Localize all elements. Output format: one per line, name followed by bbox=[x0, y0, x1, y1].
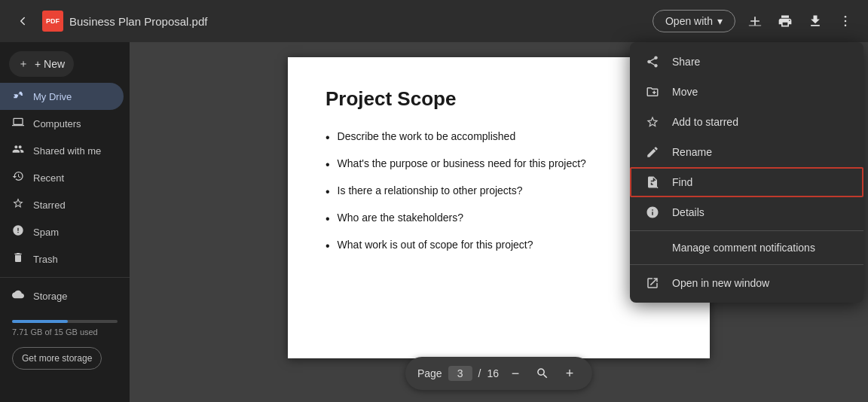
sidebar-item-label-my-drive: My Drive bbox=[33, 91, 72, 102]
svg-point-1 bbox=[845, 16, 847, 18]
list-item: Describe the work to be accomplished bbox=[326, 129, 672, 147]
storage-bar-fill bbox=[12, 320, 68, 323]
pdf-icon: PDF bbox=[42, 11, 63, 32]
share-icon bbox=[645, 54, 660, 69]
sidebar-item-my-drive[interactable]: My Drive bbox=[0, 83, 124, 110]
new-button[interactable]: ＋ + New bbox=[9, 51, 74, 77]
drive-icon bbox=[12, 89, 24, 104]
sidebar-item-shared[interactable]: Shared with me bbox=[0, 137, 124, 164]
menu-item-label-open-new-window: Open in new window bbox=[672, 277, 769, 289]
menu-item-open-new-window[interactable]: Open in new window bbox=[630, 268, 863, 298]
header-right bbox=[741, 8, 859, 35]
menu-item-rename[interactable]: Rename bbox=[630, 137, 863, 167]
menu-divider-1 bbox=[630, 230, 863, 231]
move-icon bbox=[645, 84, 660, 99]
menu-item-share[interactable]: Share bbox=[630, 47, 863, 77]
menu-item-label-move: Move bbox=[672, 86, 698, 98]
find-icon bbox=[645, 175, 660, 190]
recent-icon bbox=[12, 170, 24, 185]
menu-item-label-find: Find bbox=[672, 176, 692, 188]
menu-item-label-share: Share bbox=[672, 56, 700, 68]
storage-section: 7.71 GB of 15 GB used bbox=[0, 309, 130, 343]
zoom-in-button[interactable]: + bbox=[559, 363, 580, 384]
sidebar-item-label-spam: Spam bbox=[33, 227, 59, 238]
page-separator: / bbox=[478, 367, 481, 379]
list-item: What's the purpose or business need for … bbox=[326, 156, 672, 174]
sidebar-item-starred[interactable]: Starred bbox=[0, 191, 124, 218]
sidebar-item-computers[interactable]: Computers bbox=[0, 110, 124, 137]
total-pages: 16 bbox=[487, 367, 500, 379]
open-with-button[interactable]: Open with ▾ bbox=[653, 10, 735, 32]
storage-bar-background bbox=[12, 320, 118, 323]
menu-divider-2 bbox=[630, 264, 863, 265]
add-to-drive-button[interactable] bbox=[741, 8, 769, 35]
details-icon bbox=[645, 205, 660, 220]
page-toolbar: Page / 16 − + bbox=[405, 357, 592, 390]
download-button[interactable] bbox=[802, 8, 829, 35]
menu-item-label-rename: Rename bbox=[672, 146, 712, 158]
rename-icon bbox=[645, 145, 660, 160]
menu-item-find[interactable]: Find bbox=[630, 167, 863, 197]
svg-point-3 bbox=[845, 25, 847, 27]
sidebar-item-label-recent: Recent bbox=[33, 172, 64, 184]
page-number-input[interactable] bbox=[448, 366, 472, 381]
sidebar-item-trash[interactable]: Trash bbox=[0, 245, 124, 273]
menu-item-label-manage-comments: Manage comment notifications bbox=[672, 242, 815, 254]
new-label: + New bbox=[35, 58, 65, 70]
svg-rect-0 bbox=[749, 25, 762, 26]
shared-icon bbox=[12, 143, 24, 158]
storage-usage-text: 7.71 GB of 15 GB used bbox=[12, 327, 98, 337]
spam-icon bbox=[12, 224, 24, 239]
storage-icon bbox=[12, 288, 24, 303]
trash-icon bbox=[12, 251, 24, 266]
plus-icon: ＋ bbox=[18, 57, 29, 71]
zoom-icon-button[interactable] bbox=[532, 363, 553, 384]
page-label: Page bbox=[417, 367, 442, 379]
sidebar-item-storage[interactable]: Storage bbox=[0, 282, 124, 309]
main-area: ＋ + New My Drive Computers Shared with m… bbox=[0, 42, 868, 402]
zoom-out-button[interactable]: − bbox=[505, 363, 526, 384]
sidebar-item-label-trash: Trash bbox=[33, 254, 58, 265]
starred-icon bbox=[12, 197, 24, 212]
sidebar-item-spam[interactable]: Spam bbox=[0, 218, 124, 245]
sidebar: ＋ + New My Drive Computers Shared with m… bbox=[0, 42, 130, 402]
file-title: Business Plan Proposal.pdf bbox=[69, 15, 207, 28]
more-options-button[interactable] bbox=[832, 8, 859, 35]
menu-item-manage-comments[interactable]: Manage comment notifications bbox=[630, 234, 863, 261]
menu-item-move[interactable]: Move bbox=[630, 77, 863, 107]
pdf-heading: Project Scope bbox=[326, 87, 672, 111]
list-item: Who are the stakeholders? bbox=[326, 210, 672, 228]
header-left: PDF Business Plan Proposal.pdf bbox=[9, 8, 646, 35]
list-item: Is there a relationship to other project… bbox=[326, 183, 672, 201]
sidebar-item-label-starred: Starred bbox=[33, 199, 66, 211]
menu-item-add-starred[interactable]: Add to starred bbox=[630, 107, 863, 137]
print-button[interactable] bbox=[772, 8, 799, 35]
sidebar-item-label-shared: Shared with me bbox=[33, 145, 101, 157]
star-icon bbox=[645, 114, 660, 129]
svg-point-2 bbox=[845, 20, 847, 23]
sidebar-divider bbox=[0, 277, 130, 278]
sidebar-item-recent[interactable]: Recent bbox=[0, 164, 124, 191]
menu-item-details[interactable]: Details bbox=[630, 197, 863, 227]
back-button[interactable] bbox=[9, 8, 36, 35]
menu-item-label-add-starred: Add to starred bbox=[672, 116, 738, 128]
pdf-bullet-list: Describe the work to be accomplished Wha… bbox=[326, 129, 672, 255]
get-more-storage-button[interactable]: Get more storage bbox=[12, 347, 102, 370]
computers-icon bbox=[12, 116, 24, 131]
header: PDF Business Plan Proposal.pdf Open with… bbox=[0, 0, 868, 42]
sidebar-item-label-storage: Storage bbox=[33, 291, 68, 302]
open-new-window-icon bbox=[645, 276, 660, 291]
dropdown-menu: Share Move Add to starred Rename bbox=[630, 42, 863, 303]
chevron-down-icon: ▾ bbox=[717, 15, 723, 27]
list-item: What work is out of scope for this proje… bbox=[326, 237, 672, 255]
menu-item-label-details: Details bbox=[672, 206, 704, 218]
sidebar-item-label-computers: Computers bbox=[33, 118, 81, 129]
